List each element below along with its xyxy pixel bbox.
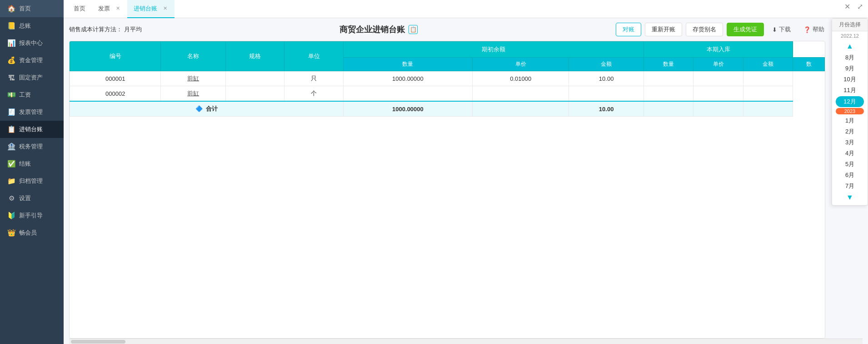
sidebar-item-asset[interactable]: 🏗 固定资产	[0, 69, 64, 86]
cell-inbound-price	[693, 71, 743, 86]
sidebar-item-vip[interactable]: 👑 畅会员	[0, 224, 64, 241]
purchase-sale-icon: 📋	[7, 125, 15, 133]
horizontal-scrollbar[interactable]	[69, 339, 863, 344]
month-scroll-down[interactable]: ▼	[845, 193, 854, 201]
sidebar-item-label: 结账	[19, 160, 31, 168]
tab-invoice-close[interactable]: ✕	[115, 5, 121, 12]
sidebar-item-settlement[interactable]: ✅ 结账	[0, 155, 64, 172]
cell-inbound-qty	[644, 71, 693, 86]
tab-invoice[interactable]: 发票 ✕	[92, 0, 127, 18]
table-row: 000002 前缸 个	[70, 86, 825, 102]
month-item-11[interactable]: 11月	[832, 85, 868, 96]
download-icon: ⬇	[772, 26, 777, 33]
col-header-inbound: 本期入库	[644, 42, 793, 58]
month-item-2023-7[interactable]: 7月	[832, 181, 868, 192]
sidebar-item-invoice-mgmt[interactable]: 🧾 发票管理	[0, 103, 64, 121]
sidebar-item-archive[interactable]: 📁 归档管理	[0, 172, 64, 190]
content-area: 销售成本计算方法： 月平均 商贸企业进销台账 📋 对账 重新开账 存货别名 生成…	[64, 18, 868, 344]
download-button[interactable]: ⬇ 下载	[768, 23, 795, 36]
cell-opening-amount: 10.00	[569, 71, 644, 86]
generate-voucher-button[interactable]: 生成凭证	[727, 23, 764, 36]
sidebar-item-settings[interactable]: ⚙ 设置	[0, 190, 64, 207]
tab-invoice-label: 发票	[98, 5, 110, 13]
month-item-2023-6[interactable]: 6月	[832, 170, 868, 181]
cell-opening-qty: 1000.00000	[343, 71, 472, 86]
total-inbound-amount	[743, 101, 793, 117]
total-icon: 🔷	[195, 105, 203, 112]
cell-opening-amount	[569, 86, 644, 102]
month-item-2023-3[interactable]: 3月	[832, 137, 868, 148]
sidebar-item-label: 进销台账	[19, 125, 43, 133]
month-item-2023-1[interactable]: 1月	[832, 115, 868, 126]
sidebar-item-home[interactable]: 🏠 首页	[0, 0, 64, 17]
scrollbar-thumb[interactable]	[71, 340, 125, 344]
tab-purchase-sale[interactable]: 进销台账 ✕	[127, 0, 175, 18]
month-panel-title: 月份选择	[832, 19, 868, 31]
cell-unit: 个	[284, 86, 343, 102]
sidebar-item-label: 工资	[19, 91, 31, 99]
sidebar-item-label: 资金管理	[19, 56, 43, 64]
month-item-2023-5[interactable]: 5月	[832, 159, 868, 170]
window-maximize-button[interactable]: ⤢	[855, 2, 864, 11]
sidebar-item-purchase-sale[interactable]: 📋 进销台账	[0, 121, 64, 138]
total-inbound-price	[693, 101, 743, 117]
sidebar-item-salary[interactable]: 💵 工资	[0, 86, 64, 103]
main-area: 首页 发票 ✕ 进销台账 ✕ ✕ ⤢ 销售成本计算方法： 月平均 商贸企业进销台…	[64, 0, 868, 344]
sidebar-item-ledger[interactable]: 📒 总账	[0, 17, 64, 34]
reopen-button[interactable]: 重新开账	[645, 23, 682, 36]
sidebar-item-label: 首页	[19, 5, 31, 13]
total-opening-amount: 10.00	[569, 101, 644, 117]
month-panel: 月份选择 2022.12 ▲ 8月 9月 10月 11月 12月 2023 1月…	[832, 18, 868, 206]
save-alias-button[interactable]: 存货别名	[686, 23, 723, 36]
sidebar-item-label: 新手引导	[19, 211, 43, 220]
home-icon: 🏠	[7, 5, 15, 13]
tab-home[interactable]: 首页	[67, 0, 92, 18]
sidebar-item-label: 归档管理	[19, 177, 43, 185]
reconcile-button[interactable]: 对账	[616, 23, 641, 36]
sales-method-value: 月平均	[124, 26, 142, 33]
help-button[interactable]: ❓ 帮助	[799, 23, 829, 36]
sidebar-item-label: 税务管理	[19, 143, 43, 151]
total-opening-price	[473, 101, 569, 117]
tab-purchase-sale-close[interactable]: ✕	[162, 5, 168, 12]
archive-icon: 📁	[7, 177, 15, 185]
table-wrapper[interactable]: 编号 名称 规格 单位 期初余额 本期入库 数量 单价 金额 数量 单价 金额	[69, 41, 825, 339]
month-scroll-up[interactable]: ▲	[845, 42, 854, 50]
sidebar-item-fund[interactable]: 💰 资金管理	[0, 52, 64, 69]
sidebar-item-tax[interactable]: 🏦 税务管理	[0, 138, 64, 155]
cell-spec	[226, 86, 284, 102]
month-item-8[interactable]: 8月	[832, 52, 868, 63]
sales-method-label: 销售成本计算方法：	[69, 26, 122, 33]
settings-icon: ⚙	[7, 194, 15, 202]
sub-inbound-price: 单价	[693, 58, 743, 71]
month-item-2023-4[interactable]: 4月	[832, 148, 868, 159]
total-inbound-qty	[644, 101, 693, 117]
tab-purchase-sale-label: 进销台账	[134, 5, 157, 13]
month-item-9[interactable]: 9月	[832, 63, 868, 74]
sidebar-item-guide[interactable]: 🔰 新手引导	[0, 207, 64, 224]
fund-icon: 💰	[7, 56, 15, 64]
title-info-icon[interactable]: 📋	[409, 25, 418, 34]
cell-code: 000001	[70, 71, 161, 86]
settlement-icon: ✅	[7, 160, 15, 168]
window-close-button[interactable]: ✕	[843, 2, 852, 11]
cell-name: 前缸	[161, 71, 226, 86]
sidebar-item-label: 总账	[19, 22, 31, 30]
month-item-2023-2[interactable]: 2月	[832, 126, 868, 137]
month-nav-down: ▼	[832, 192, 868, 203]
month-item-10[interactable]: 10月	[832, 74, 868, 85]
cell-code: 000002	[70, 86, 161, 102]
sidebar-item-label: 固定资产	[19, 74, 43, 82]
tax-icon: 🏦	[7, 143, 15, 151]
sub-opening-qty: 数量	[343, 58, 472, 71]
report-icon: 📊	[7, 39, 15, 47]
month-item-12[interactable]: 12月	[836, 96, 864, 107]
cell-inbound-amount	[743, 86, 793, 102]
sidebar-item-label: 设置	[19, 194, 31, 202]
sub-extra: 数	[793, 58, 825, 71]
window-controls: ✕ ⤢	[843, 2, 864, 11]
sidebar-item-report[interactable]: 📊 报表中心	[0, 34, 64, 52]
cell-opening-price: 0.01000	[473, 71, 569, 86]
sub-opening-price: 单价	[473, 58, 569, 71]
cell-opening-price	[473, 86, 569, 102]
